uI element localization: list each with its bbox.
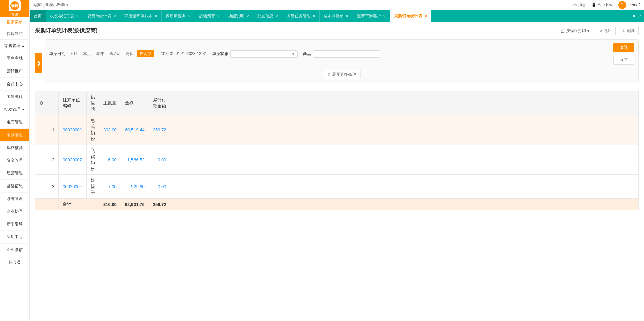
filter-bar: 单据日期 上月 本月 本年 近7天 更多 自定义 2016-01-01 至 20…	[45, 39, 639, 83]
sidebar-item-finance[interactable]: 资金管理	[0, 154, 29, 167]
col-qty: 主数量	[99, 91, 121, 115]
sidebar-item-stock[interactable]: 库存核算	[0, 142, 29, 154]
message-button[interactable]: ✉ 消息	[573, 2, 586, 8]
tab-available-stock[interactable]: 可用量库存账本 ✕	[120, 10, 162, 22]
close-icon[interactable]: ✕	[313, 14, 315, 18]
row-paid-amount[interactable]: 259.72	[149, 115, 170, 145]
sidebar-item-quick-nav[interactable]: 快捷导航	[0, 28, 29, 40]
goods-label: 商品	[303, 51, 311, 57]
sidebar-item-retail-stats[interactable]: 零售统计	[0, 91, 29, 103]
sidebar-item-system[interactable]: 系统管理	[0, 193, 29, 205]
topbar-left: 母婴行业演示账套 ▾	[33, 2, 68, 8]
date-custom-tag[interactable]: 自定义	[137, 50, 154, 57]
sidebar-item-member[interactable]: 会员中心	[0, 78, 29, 91]
close-icon[interactable]: ✕	[246, 14, 249, 18]
close-all-tabs-button[interactable]: ✕	[632, 13, 636, 19]
maximize-button[interactable]: ⤢	[637, 13, 641, 19]
export-button[interactable]: ↗ 导出	[596, 26, 616, 35]
tab-home[interactable]: 首页	[30, 10, 46, 22]
row-supplier-name: 好孩子	[87, 175, 99, 199]
col-amount: 金额	[121, 91, 149, 115]
sidebar-item-retail-shop[interactable]: 零售商城	[0, 52, 29, 65]
tab-invite-downstream[interactable]: 邀请下游客户 ✕	[353, 10, 390, 22]
sidebar-item-ecommerce[interactable]: 电商管理	[0, 116, 29, 129]
expand-icon: ⊕	[327, 72, 331, 77]
printer-icon: 🖨	[560, 29, 565, 33]
tab-purchase-summary[interactable]: 采购订单统计表 ✕	[390, 10, 431, 22]
close-icon[interactable]: ✕	[346, 14, 348, 18]
refresh-button[interactable]: ↻ 刷新	[619, 26, 639, 35]
close-icon[interactable]: ✕	[113, 14, 116, 18]
expand-filter-button[interactable]: ⊕ 展开更多条件	[323, 70, 361, 79]
row-amount[interactable]: 525.80	[121, 175, 149, 199]
query-actions: 查询 设置	[613, 43, 634, 65]
sidebar-item-retail-mgmt[interactable]: 零售管理 ▲	[0, 40, 29, 52]
row-paid-amount[interactable]: 0.00	[149, 145, 170, 175]
sidebar-item-search[interactable]: 搜索菜单	[0, 17, 29, 28]
tab-pick-task[interactable]: 拣货任务管理 ✕	[282, 10, 320, 22]
user-profile[interactable]: Ea demo2	[618, 1, 641, 9]
workspace-selector[interactable]: 母婴行业演示账套 ▾	[33, 2, 68, 8]
main-area: 母婴行业演示账套 ▾ ✉ 消息 📱 App下载 Ea demo2 首页	[30, 0, 644, 321]
date-btn-last-month[interactable]: 上月	[67, 50, 79, 57]
sidebar-item-marketing[interactable]: 营销推广	[0, 65, 29, 78]
goods-input[interactable]: ...	[313, 50, 380, 58]
row-supplier-name: 惠氏奶粉	[87, 115, 99, 145]
tab-receive-summary[interactable]: 收发存汇总表 ✕	[46, 10, 83, 22]
col-supplier-name: 供应商	[87, 91, 99, 115]
row-amount[interactable]: 60,519.44	[121, 115, 149, 145]
tab-config-info[interactable]: 配置信息 ✕	[253, 10, 282, 22]
chevron-right-icon: ❯	[36, 60, 41, 66]
print-button[interactable]: 🖨 按模板打印 ▾	[557, 26, 593, 35]
row-supplier-code[interactable]: 00020002	[59, 145, 87, 175]
total-amount-cell: 62,631.76	[121, 199, 149, 210]
sidebar-item-vip[interactable]: 畅会员	[0, 256, 29, 269]
sidebar-item-app-center[interactable]: 应用中心	[0, 231, 29, 244]
date-btn-more[interactable]: 更多	[123, 50, 136, 57]
close-icon[interactable]: ✕	[217, 14, 220, 18]
settings-button[interactable]: 设置	[613, 55, 634, 65]
column-settings-icon[interactable]: ⚙	[39, 100, 44, 106]
row-supplier-code[interactable]: 00020005	[59, 175, 87, 199]
query-button[interactable]: 查询	[613, 43, 634, 52]
sidebar: 畅捷 标题 搜索菜单 快捷导航 零售管理 ▲ 零售商城 营销推广 会员中心 零售…	[0, 0, 30, 321]
row-qty[interactable]: 303.00	[99, 115, 121, 145]
sidebar-item-basic[interactable]: 基础信息	[0, 180, 29, 193]
row-paid-amount[interactable]: 0.00	[149, 175, 170, 199]
date-btn-7days[interactable]: 近7天	[108, 50, 122, 57]
tab-function-desc[interactable]: 功能说明 ✕	[224, 10, 253, 22]
sidebar-item-ops[interactable]: 经营管理	[0, 167, 29, 180]
sidebar-item-purchase[interactable]: 采购管理	[0, 129, 29, 142]
row-qty[interactable]: 7.00	[99, 175, 121, 199]
tab-overstock-warning[interactable]: 超储预警 ✕	[195, 10, 224, 22]
close-icon[interactable]: ✕	[383, 14, 386, 18]
row-qty[interactable]: 6.00	[99, 145, 121, 175]
row-amount[interactable]: 1,586.52	[121, 145, 149, 175]
total-qty-cell: 316.00	[99, 199, 121, 210]
sidebar-item-guide[interactable]: 新手引导	[0, 218, 29, 231]
tab-cost-adjust[interactable]: 成本调整单 ✕	[320, 10, 353, 22]
close-icon[interactable]: ✕	[188, 14, 191, 18]
close-icon[interactable]: ✕	[275, 14, 278, 18]
close-icon[interactable]: ✕	[424, 14, 427, 18]
date-btn-this-year[interactable]: 本年	[94, 50, 106, 57]
filter-collapse-button[interactable]: ❯	[35, 53, 42, 73]
total-label-cell: 合计	[59, 199, 99, 210]
data-table: ⚙ 往来单位编码 供应商 主数量 金额 累计付款金额 1 00020001 惠氏…	[35, 91, 639, 210]
status-select[interactable]: ▾	[230, 50, 298, 58]
tab-demand-summary[interactable]: 要货单统计表 ✕	[83, 10, 120, 22]
close-icon[interactable]: ✕	[155, 14, 157, 18]
date-btn-this-month[interactable]: 本月	[81, 50, 93, 57]
sidebar-item-enterprise[interactable]: 企业协同	[0, 205, 29, 218]
app-download-button[interactable]: 📱 App下载	[591, 2, 613, 8]
avatar: Ea	[618, 1, 626, 9]
total-index-cell	[48, 199, 59, 210]
tab-expiry-query[interactable]: 保质期查询 ✕	[162, 10, 195, 22]
sidebar-item-wholesale[interactable]: 批发管理 ▼	[0, 103, 29, 116]
export-icon: ↗	[599, 29, 603, 33]
sidebar-item-wechat[interactable]: 企业微信	[0, 244, 29, 256]
sidebar-logo: 畅捷 标题	[0, 0, 29, 17]
close-icon[interactable]: ✕	[76, 14, 79, 18]
filter-goods-item: 商品 ...	[303, 50, 380, 58]
row-supplier-code[interactable]: 00020001	[59, 115, 87, 145]
